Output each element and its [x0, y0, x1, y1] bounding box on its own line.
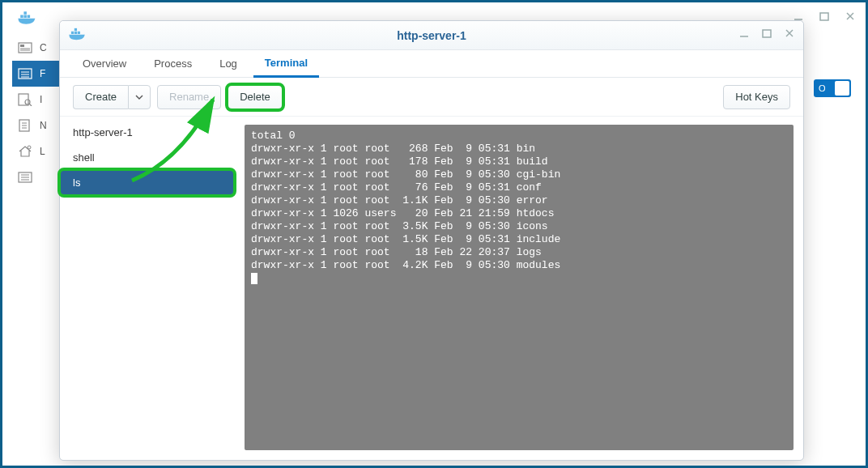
terminal-output[interactable]: total 0 drwxr-xr-x 1 root root 268 Feb 9… [245, 125, 794, 450]
session-item[interactable]: shell [60, 145, 234, 170]
create-button[interactable]: Create [73, 85, 128, 109]
docker-whale-icon [17, 9, 40, 27]
svg-rect-1 [23, 15, 27, 19]
close-icon[interactable] [845, 11, 856, 22]
sidebar-item-image[interactable]: N [12, 113, 61, 138]
session-label: shell [73, 151, 95, 164]
container-terminal-dialog: http-server-1 Overview Process Log Termi… [59, 20, 804, 461]
session-label: http-server-1 [73, 126, 133, 138]
tab-log[interactable]: Log [208, 51, 249, 76]
tab-terminal[interactable]: Terminal [253, 50, 319, 78]
svg-rect-29 [74, 32, 77, 34]
chevron-down-icon [135, 93, 143, 101]
svg-point-23 [28, 146, 31, 149]
tab-overview[interactable]: Overview [71, 51, 138, 76]
button-label: Create [85, 91, 117, 103]
search-file-icon [17, 93, 33, 106]
sidebar-label: L [40, 146, 45, 157]
terminal-toolbar: Create Rename Delete Hot Keys [60, 78, 803, 117]
button-label: Delete [240, 91, 270, 103]
sidebar-label: C [40, 42, 47, 53]
sidebar-item-overview[interactable]: C [12, 35, 61, 61]
svg-rect-28 [71, 32, 74, 34]
svg-line-18 [29, 104, 32, 106]
create-dropdown-button[interactable] [128, 85, 151, 109]
tab-label: Terminal [265, 57, 308, 69]
card-icon [17, 41, 33, 54]
create-button-group: Create [73, 85, 151, 109]
app-sidebar: C F I N L [12, 35, 61, 457]
terminal-cursor [251, 273, 257, 284]
close-icon[interactable] [784, 28, 795, 39]
home-icon [17, 145, 33, 158]
toggle-label: O [819, 83, 826, 93]
svg-rect-31 [74, 28, 77, 31]
docker-whale-icon [68, 26, 89, 42]
button-label: Rename [169, 91, 209, 103]
maximize-icon[interactable] [761, 28, 772, 39]
session-label: ls [73, 177, 80, 189]
tab-label: Process [154, 57, 192, 70]
svg-rect-3 [23, 11, 27, 14]
toggle-knob [835, 81, 849, 96]
dialog-tabs: Overview Process Log Terminal [60, 50, 803, 78]
svg-rect-2 [28, 15, 31, 19]
session-item-selected[interactable]: ls [60, 170, 234, 195]
tab-process[interactable]: Process [143, 51, 203, 76]
svg-rect-5 [820, 13, 828, 20]
svg-rect-30 [78, 32, 80, 34]
sidebar-item-log[interactable] [12, 164, 61, 190]
hotkeys-button[interactable]: Hot Keys [723, 85, 790, 109]
delete-button[interactable]: Delete [228, 85, 283, 109]
dialog-title: http-server-1 [397, 29, 466, 42]
terminal-session-list: http-server-1 shell ls [60, 117, 235, 460]
minimize-icon[interactable] [738, 28, 750, 39]
sidebar-item-container[interactable]: F [12, 61, 61, 87]
power-toggle[interactable]: O [814, 79, 851, 97]
maximize-icon[interactable] [819, 11, 830, 22]
list-icon [17, 67, 33, 80]
log-icon [17, 171, 33, 184]
session-item[interactable]: http-server-1 [60, 120, 234, 145]
rename-button[interactable]: Rename [157, 85, 221, 109]
sidebar-label: N [40, 120, 47, 131]
sidebar-label: I [40, 94, 42, 105]
file-icon [17, 119, 33, 132]
sidebar-label: F [40, 68, 45, 79]
tab-label: Log [219, 57, 237, 70]
sidebar-item-registry[interactable]: I [12, 87, 61, 113]
svg-rect-33 [763, 30, 771, 37]
dialog-titlebar[interactable]: http-server-1 [60, 21, 803, 50]
svg-rect-8 [19, 43, 32, 53]
svg-rect-9 [20, 45, 24, 47]
sidebar-item-network[interactable]: L [12, 138, 61, 164]
svg-rect-0 [20, 15, 23, 19]
button-label: Hot Keys [735, 91, 778, 103]
tab-label: Overview [83, 57, 126, 70]
